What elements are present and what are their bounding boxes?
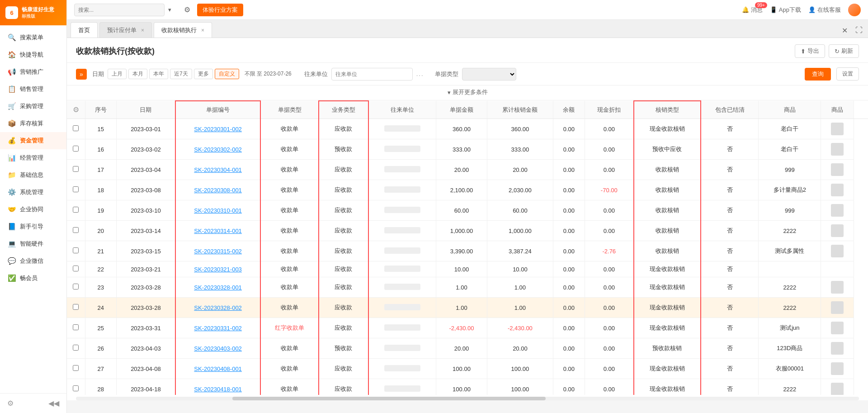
row-checkbox[interactable] — [73, 365, 79, 371]
row-checkbox[interactable] — [73, 207, 79, 213]
table-row[interactable]: 232023-03-28SK-20230328-001收款单应收款1.001.0… — [67, 277, 868, 298]
cell-checkbox[interactable] — [67, 379, 85, 395]
app-download-item[interactable]: 📱 App下载 — [770, 6, 801, 14]
table-row[interactable]: 182023-03-08SK-20230308-001收款单应收款2,100.0… — [67, 180, 868, 200]
sidebar-item-member[interactable]: ✅ 畅会员 — [0, 270, 66, 287]
refresh-button[interactable]: ↻ 刷新 — [829, 44, 859, 58]
table-row[interactable]: 252023-03-31SK-20230331-002红字收款单应收款-2,43… — [67, 318, 868, 338]
row-checkbox[interactable] — [73, 385, 79, 391]
sidebar-item-marketing[interactable]: 📢 营销推广 — [0, 63, 66, 81]
cell-voucher-no[interactable]: SK-20230314-001 — [175, 221, 261, 241]
voucher-no-link[interactable]: SK-20230304-001 — [194, 166, 242, 173]
voucher-no-link[interactable]: SK-20230301-002 — [194, 126, 242, 133]
tab-collection[interactable]: 收款核销执行 × — [154, 22, 212, 38]
voucher-no-link[interactable]: SK-20230403-002 — [194, 345, 242, 352]
row-checkbox[interactable] — [73, 345, 79, 351]
sidebar-item-hardware[interactable]: 💻 智能硬件 — [0, 235, 66, 252]
table-row[interactable]: 262023-04-03SK-20230403-002收款单预收款20.0020… — [67, 338, 868, 359]
row-checkbox[interactable] — [73, 266, 79, 271]
sidebar-item-search[interactable]: 🔍 搜索菜单 — [0, 29, 66, 46]
cell-voucher-no[interactable]: SK-20230403-002 — [175, 338, 261, 359]
cell-voucher-no[interactable]: SK-20230301-002 — [175, 119, 261, 139]
scrollbar-thumb[interactable] — [232, 397, 546, 400]
table-row[interactable]: 162023-03-02SK-20230302-002收款单预收款333.003… — [67, 139, 868, 160]
tab-home[interactable]: 首页 — [71, 22, 98, 38]
cell-checkbox[interactable] — [67, 200, 85, 221]
sidebar-item-wechat[interactable]: 💬 企业微信 — [0, 252, 66, 270]
table-row[interactable]: 202023-03-14SK-20230314-001收款单应收款1,000.0… — [67, 221, 868, 241]
expand-more-button[interactable]: ▾ 展开更多条件 — [448, 88, 488, 96]
user-avatar[interactable] — [848, 4, 861, 16]
cell-checkbox[interactable] — [67, 298, 85, 318]
cell-voucher-no[interactable]: SK-20230321-003 — [175, 261, 261, 277]
cell-checkbox[interactable] — [67, 241, 85, 261]
row-checkbox[interactable] — [73, 146, 79, 152]
cell-checkbox[interactable] — [67, 277, 85, 298]
voucher-type-select[interactable] — [462, 68, 516, 81]
close-tab-icon[interactable]: ✕ — [839, 25, 850, 36]
sidebar-item-quick-nav[interactable]: 🏠 快捷导航 — [0, 46, 66, 63]
dropdown-icon[interactable]: ▾ — [168, 4, 177, 16]
row-checkbox[interactable] — [73, 186, 79, 192]
cell-voucher-no[interactable]: SK-20230408-001 — [175, 359, 261, 379]
export-button[interactable]: ⬆ 导出 — [795, 44, 825, 58]
cell-voucher-no[interactable]: SK-20230418-001 — [175, 379, 261, 395]
cell-voucher-no[interactable]: SK-20230310-001 — [175, 200, 261, 221]
table-row[interactable]: 172023-03-04SK-20230304-001收款单应收款20.0020… — [67, 160, 868, 180]
voucher-no-link[interactable]: SK-20230328-002 — [194, 304, 242, 311]
cell-checkbox[interactable] — [67, 180, 85, 200]
date-opt-last-month[interactable]: 上月 — [108, 69, 127, 79]
maximize-tab-icon[interactable]: ⛶ — [854, 25, 864, 36]
date-opt-this-year[interactable]: 本年 — [149, 69, 168, 79]
table-row[interactable]: 242023-03-28SK-20230328-002收款单应收款1.001.0… — [67, 298, 868, 318]
filter-setting-button[interactable]: 设置 — [836, 67, 859, 81]
tab-prepay[interactable]: 预计应付单 × — [99, 22, 152, 38]
date-opt-this-month[interactable]: 本月 — [128, 69, 147, 79]
industry-btn[interactable]: 体验行业方案 — [197, 4, 243, 16]
online-service-item[interactable]: 👤 在线客服 — [808, 6, 841, 14]
sidebar-item-basic[interactable]: 📁 基础信息 — [0, 166, 66, 184]
row-checkbox[interactable] — [73, 166, 79, 172]
sidebar-item-finance[interactable]: 💰 资金管理 — [0, 132, 66, 149]
table-row[interactable]: 282023-04-18SK-20230418-001收款单应收款100.001… — [67, 379, 868, 395]
counterpart-input[interactable] — [331, 68, 413, 81]
cell-checkbox[interactable] — [67, 359, 85, 379]
cell-checkbox[interactable] — [67, 221, 85, 241]
cell-checkbox[interactable] — [67, 119, 85, 139]
cell-voucher-no[interactable]: SK-20230328-002 — [175, 298, 261, 318]
cell-checkbox[interactable] — [67, 318, 85, 338]
cell-voucher-no[interactable]: SK-20230315-002 — [175, 241, 261, 261]
cell-checkbox[interactable] — [67, 160, 85, 180]
voucher-no-link[interactable]: SK-20230321-003 — [194, 266, 242, 273]
table-row[interactable]: 212023-03-15SK-20230315-002收款单应收款3,390.0… — [67, 241, 868, 261]
sidebar-item-system[interactable]: ⚙️ 系统管理 — [0, 184, 66, 201]
voucher-no-link[interactable]: SK-20230315-002 — [194, 248, 242, 255]
date-opt-7days[interactable]: 近7天 — [170, 69, 192, 79]
voucher-no-link[interactable]: SK-20230418-001 — [194, 386, 242, 393]
sidebar-item-purchase[interactable]: 🛒 采购管理 — [0, 98, 66, 115]
cell-voucher-no[interactable]: SK-20230304-001 — [175, 160, 261, 180]
voucher-no-link[interactable]: SK-20230302-002 — [194, 146, 242, 153]
collapse-icon[interactable]: ◀◀ — [48, 399, 59, 408]
settings-icon[interactable]: ⚙ — [7, 399, 14, 408]
filter-expand-btn[interactable]: » — [76, 69, 87, 80]
cell-voucher-no[interactable]: SK-20230302-002 — [175, 139, 261, 160]
table-row[interactable]: 272023-04-08SK-20230408-001收款单应收款100.001… — [67, 359, 868, 379]
query-button[interactable]: 查询 — [805, 68, 831, 81]
table-wrapper[interactable]: ⚙ 序号 日期 单据编号 单据类型 业务类型 往来单位 单据金额 累计核销金额 … — [67, 100, 868, 395]
sidebar-item-guide[interactable]: 📘 新手引导 — [0, 218, 66, 235]
row-checkbox[interactable] — [73, 284, 79, 290]
tab-prepay-close[interactable]: × — [141, 27, 144, 33]
voucher-no-link[interactable]: SK-20230331-002 — [194, 325, 242, 332]
sidebar-item-sales[interactable]: 📋 销售管理 — [0, 81, 66, 98]
sidebar-item-enterprise[interactable]: 🤝 企业协同 — [0, 201, 66, 218]
voucher-no-link[interactable]: SK-20230308-001 — [194, 187, 242, 194]
table-row[interactable]: 222023-03-21SK-20230321-003收款单应收款10.0010… — [67, 261, 868, 277]
table-row[interactable]: 192023-03-10SK-20230310-001收款单应收款60.0060… — [67, 200, 868, 221]
cell-voucher-no[interactable]: SK-20230308-001 — [175, 180, 261, 200]
cell-voucher-no[interactable]: SK-20230328-001 — [175, 277, 261, 298]
notification-item[interactable]: 🔔 消息 99+ — [742, 6, 763, 14]
cell-checkbox[interactable] — [67, 338, 85, 359]
cell-checkbox[interactable] — [67, 261, 85, 277]
row-checkbox[interactable] — [73, 304, 79, 310]
